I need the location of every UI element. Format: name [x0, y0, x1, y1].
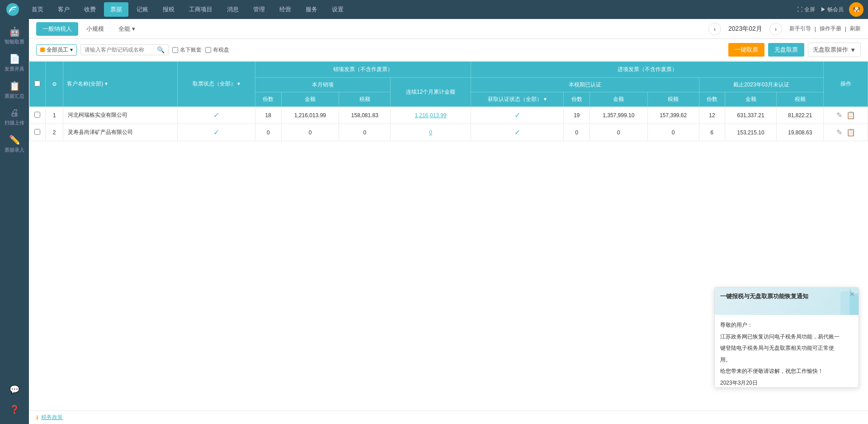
table-row: 1 河北柯瑞栋实业有限公司 ✓ 18 1,216,013.99 158,081.… — [29, 107, 868, 124]
notif-greeting: 尊敬的用户： — [720, 320, 853, 330]
user-avatar[interactable]: 🐶 — [849, 2, 863, 17]
view-icon-1[interactable]: 📋 — [846, 129, 855, 136]
manual-btn[interactable]: 操作手册 — [820, 25, 841, 33]
notif-line: 键登陆电子税务局与无盘取票相关功能可正常使 — [720, 343, 853, 353]
yijian-ticket-btn[interactable]: 一键取票 — [728, 43, 764, 57]
th-period-confirm: 本税期已认证 — [471, 78, 699, 92]
nav-menu: 首页 客户 收费 票据 记账 报税 工商项目 消息 管理 经营 服务 设置 — [25, 2, 797, 17]
th-checkbox — [29, 62, 46, 107]
confirm-filter-icon[interactable]: ▾ — [544, 96, 547, 102]
tab-small-scale[interactable]: 小规模 — [80, 22, 110, 36]
th-purchase-tax: 税额 — [647, 92, 699, 107]
search-icon[interactable]: 🔍 — [157, 46, 165, 53]
row-purchase-tax-0: 157,399.62 — [647, 107, 699, 124]
sidebar-item-ticket-entry[interactable]: ✏️ 票据录入 — [2, 131, 27, 157]
customer-filter-icon[interactable]: ▾ — [105, 81, 108, 87]
nav-tax[interactable]: 报税 — [156, 2, 181, 17]
smart-ticket-icon: 🤖 — [4, 26, 25, 37]
sidebar-item-smart-ticket[interactable]: 🤖 智能取票 — [2, 23, 27, 49]
row-purchase-count-1: 0 — [564, 124, 590, 141]
nav-settings[interactable]: 设置 — [326, 2, 350, 17]
all-ability-dropdown-icon: ▾ — [132, 25, 135, 32]
sidebar-chat-btn[interactable]: 💬 — [5, 381, 24, 399]
wupan-ops-btn[interactable]: 无盘取票操作 ▼ — [808, 43, 861, 57]
nav-operation[interactable]: 经营 — [273, 2, 297, 17]
row-num-1: 2 — [46, 124, 63, 141]
nav-fee[interactable]: 收费 — [78, 2, 102, 17]
bottom-status-bar: ℹ 税务政策 — [29, 410, 868, 424]
ticket-entry-icon: ✏️ — [4, 134, 25, 145]
row-sales-amount-0: 1,216,013.99 — [281, 107, 339, 124]
nav-customer[interactable]: 客户 — [52, 2, 76, 17]
has-tax-disk-check[interactable] — [205, 47, 211, 53]
sidebar-help-btn[interactable]: ❓ — [5, 400, 24, 419]
th-cumul: 连续12个月累计金额 — [391, 78, 471, 107]
nav-manage[interactable]: 管理 — [247, 2, 271, 17]
nav-home[interactable]: 首页 — [25, 2, 50, 17]
cancel-filter-icon[interactable]: ▾ — [237, 81, 240, 87]
row-num-0: 1 — [46, 107, 63, 124]
edit-icon-1[interactable]: ✎ — [836, 129, 842, 136]
notification-close-btn[interactable]: ✕ — [849, 291, 855, 298]
ticket-summary-icon: 📋 — [4, 81, 25, 91]
nav-ticket[interactable]: 票据 — [104, 2, 128, 17]
wupan-ticket-btn[interactable]: 无盘取票 — [768, 43, 804, 57]
row-customer-0: 河北柯瑞栋实业有限公司 — [63, 107, 178, 124]
tab-general-taxpayer[interactable]: 一般纳税人 — [36, 22, 78, 36]
th-sub-sales-month: 本月销项 — [255, 78, 390, 92]
th-confirm-status: 获取认证状态（全部） ▾ — [471, 92, 564, 107]
main-table: ⚙ 客户名称(全部) ▾ 取票状态（全部） ▾ 销项发票（不含作废票） 进项发票… — [29, 61, 868, 141]
row-purchase-count-0: 19 — [564, 107, 590, 124]
th-group-sales: 销项发票（不含作废票） — [255, 62, 471, 78]
row-cancel-status-0: ✓ — [178, 107, 255, 124]
nav-message[interactable]: 消息 — [221, 2, 245, 17]
row-checkbox-1[interactable] — [29, 124, 46, 141]
sidebar-item-scan-upload[interactable]: 🖨 扫描上传 — [2, 104, 27, 130]
row-actions-0: ✎ 📋 — [824, 107, 868, 124]
th-sales-amount: 金额 — [281, 92, 339, 107]
under-account-checkbox[interactable]: 名下账套 — [172, 46, 202, 54]
employee-dot — [40, 48, 45, 52]
row-cumul-amount-0: 1,216,013.99 — [391, 107, 471, 124]
notif-line: 用。 — [720, 355, 853, 365]
row-unconfirm-count-0: 12 — [699, 107, 725, 124]
row-checkbox-0[interactable] — [29, 107, 46, 124]
th-unconfirm-tax: 税额 — [777, 92, 824, 107]
notification-popup: ✕ 一键报税与无盘取票功能恢复通知 尊敬的用户： 江苏政务网已恢复访问电子税务局… — [714, 287, 859, 388]
customer-search-input[interactable] — [85, 47, 157, 53]
view-icon-0[interactable]: 📋 — [846, 111, 855, 119]
sidebar-item-ticket-summary[interactable]: 📋 票据汇总 — [2, 77, 27, 103]
tax-policy-link[interactable]: 税务政策 — [41, 414, 63, 421]
sidebar-item-invoice-create[interactable]: 📄 发票开具 — [2, 50, 27, 76]
row-sales-tax-1: 0 — [339, 124, 391, 141]
edit-icon-0[interactable]: ✎ — [836, 111, 842, 119]
toolbar-right: 一键取票 无盘取票 无盘取票操作 ▼ — [728, 43, 861, 57]
th-sales-count: 份数 — [255, 92, 281, 107]
nav-business[interactable]: 工商项目 — [183, 2, 219, 17]
scan-upload-icon: 🖨 — [4, 108, 25, 118]
th-customer: 客户名称(全部) ▾ — [63, 62, 178, 107]
th-cancel-status: 取票状态（全部） ▾ — [178, 62, 255, 107]
th-sales-tax: 税额 — [339, 92, 391, 107]
row-purchase-amount-1: 0 — [590, 124, 647, 141]
has-tax-disk-checkbox[interactable]: 有税盘 — [205, 46, 229, 54]
guide-btn[interactable]: 新手引导 — [789, 25, 811, 33]
nav-accounting[interactable]: 记账 — [130, 2, 155, 17]
notif-line: 江苏政务网已恢复访问电子税务局功能，易代账一 — [720, 332, 853, 342]
fullscreen-btn[interactable]: ⛶ 全屏 — [797, 6, 815, 14]
notification-lines: 江苏政务网已恢复访问电子税务局功能，易代账一键登陆电子税务局与无盘取票相关功能可… — [720, 332, 853, 387]
search-input-wrap: 🔍 — [80, 44, 169, 55]
select-all-checkbox[interactable] — [34, 81, 40, 86]
row-unconfirm-amount-0: 631,337.21 — [725, 107, 777, 124]
under-account-check[interactable] — [172, 47, 178, 53]
th-group-purchase: 进项发票（不含作废票） — [471, 62, 824, 78]
tab-all-ability[interactable]: 全能 ▾ — [112, 22, 142, 36]
top-right-actions: ⛶ 全屏 ▶ 畅会员 🐶 — [797, 2, 863, 17]
refresh-btn[interactable]: 刷新 — [850, 25, 861, 33]
member-btn[interactable]: ▶ 畅会员 — [821, 6, 844, 14]
nav-service[interactable]: 服务 — [299, 2, 324, 17]
period-next-btn[interactable]: › — [769, 23, 782, 35]
row-sales-amount-1: 0 — [281, 124, 339, 141]
employee-select-dropdown[interactable]: 全部员工 ▾ — [36, 44, 77, 56]
period-prev-btn[interactable]: ‹ — [708, 23, 721, 35]
